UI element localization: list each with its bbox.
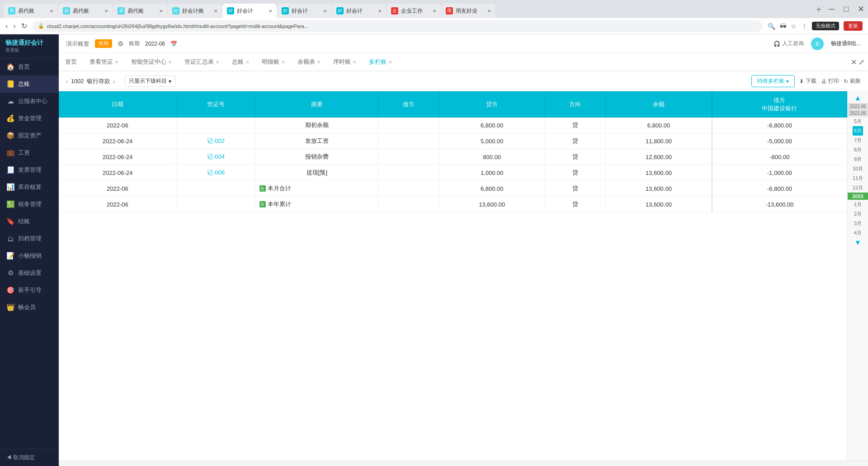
page-tab-close-8[interactable]: ✕ — [388, 60, 392, 65]
sidebar-item-库存核算[interactable]: 📊 库存核算 — [0, 179, 59, 196]
new-tab-button[interactable]: ＋ — [812, 3, 825, 15]
page-tab-7[interactable]: 序时账 ✕ — [327, 53, 363, 71]
reload-button[interactable]: ↻ — [21, 22, 27, 30]
timeline-month-2023-3月[interactable]: 3月 — [854, 219, 862, 228]
timeline-scroll-down[interactable]: ▼ — [854, 238, 863, 248]
browser-menu-icon[interactable]: ⋮ — [801, 23, 807, 30]
page-tab-close-5[interactable]: ✕ — [281, 60, 285, 65]
page-tab-close-4[interactable]: ✕ — [245, 60, 249, 65]
page-tab-close-2[interactable]: ✕ — [168, 60, 172, 65]
star-icon[interactable]: ☆ — [791, 23, 797, 30]
voucher-link[interactable]: 记-002 — [207, 137, 225, 144]
unpin-button[interactable]: ◀ 取消固定 — [6, 454, 52, 461]
minimize-button[interactable]: ─ — [829, 5, 835, 14]
print-button[interactable]: 🖨 打印 — [821, 77, 839, 85]
sidebar-item-畅会员[interactable]: 👑 畅会员 — [0, 299, 59, 316]
timeline-month-2023-4月[interactable]: 4月 — [854, 228, 862, 238]
next-account-button[interactable]: › — [113, 78, 115, 85]
timeline-month-2022-7月[interactable]: 7月 — [853, 136, 863, 145]
incognito-icon[interactable]: 🕶 — [780, 23, 786, 30]
voucher-link[interactable]: 记-006 — [207, 169, 225, 176]
page-tab-8[interactable]: 多栏账 ✕ — [363, 53, 398, 71]
tab-close-8[interactable]: ✕ — [433, 9, 436, 14]
stealth-button[interactable]: 无痕模式 — [812, 22, 839, 30]
page-tab-close-7[interactable]: ✕ — [353, 60, 356, 65]
close-button[interactable]: ✕ — [858, 4, 864, 14]
timeline-month-2023-2月[interactable]: 2月 — [854, 209, 862, 219]
timeline-scroll-up[interactable]: ▲ — [854, 93, 863, 103]
sidebar-item-工资[interactable]: 💼 工资 — [0, 144, 59, 161]
browser-tab-4[interactable]: 好 好会计账 ✕ — [168, 4, 222, 18]
tab-close-6[interactable]: ✕ — [323, 9, 327, 14]
refresh-button[interactable]: ↻ 刷新 — [844, 77, 861, 85]
ledger-table: 日期 凭证号 摘要 借方 贷方 方向 余额 借方 中国建设银行 — [59, 91, 847, 212]
page-tab-3[interactable]: 凭证汇总表 ✕ — [178, 53, 226, 71]
tab-close-4[interactable]: ✕ — [214, 9, 217, 14]
page-tab-5[interactable]: 明细账 ✕ — [255, 53, 291, 71]
download-button[interactable]: ⬇ 下载 — [799, 77, 816, 85]
forward-button[interactable]: › — [13, 22, 15, 30]
year-2023-label: 2023 — [848, 193, 868, 200]
prev-account-button[interactable]: ‹ — [66, 78, 68, 85]
timeline-month-2022-6月[interactable]: 6月 — [853, 126, 863, 136]
sidebar-item-归档管理[interactable]: 🗂 归档管理 — [0, 230, 59, 247]
sidebar-item-云报表中心[interactable]: ☁ 云报表中心 — [0, 93, 59, 110]
page-tab-0[interactable]: 首页 — [59, 53, 83, 71]
search-icon[interactable]: 🔍 — [768, 23, 775, 30]
browser-tab-7[interactable]: 好 好会计 ✕ — [332, 4, 386, 18]
timeline-month-2022-11月[interactable]: 11月 — [853, 174, 863, 183]
calendar-icon[interactable]: 📅 — [170, 41, 177, 47]
sidebar-item-资金管理[interactable]: 💰 资金管理 — [0, 110, 59, 127]
sidebar-nav: 🏠 首页 📒 总账 ☁ 云报表中心 💰 资金管理 📦 固定资产 💼 工资 🧾 发… — [0, 58, 59, 449]
sidebar-item-税务管理[interactable]: 💹 税务管理 — [0, 196, 59, 213]
page-tab-2[interactable]: 智能凭证中心 ✕ — [125, 53, 178, 71]
back-button[interactable]: ‹ — [5, 22, 8, 30]
timeline-month-2022-9月[interactable]: 9月 — [853, 155, 863, 164]
browser-tab-9[interactable]: 用 用友好业 ✕ — [441, 4, 495, 18]
timeline-month-2022-10月[interactable]: 10月 — [853, 164, 863, 174]
page-tab-1[interactable]: 查看凭证 ✕ — [83, 53, 125, 71]
browser-tab-5[interactable]: 好 好会计 ✕ — [222, 4, 277, 18]
tab-close-7[interactable]: ✕ — [378, 9, 382, 14]
browser-tab-8[interactable]: 企 企业工作 ✕ — [387, 4, 441, 18]
customer-service-button[interactable]: 🎧 人工咨询 — [774, 40, 804, 47]
browser-tab-2[interactable]: 易 易代账 ✕ — [58, 4, 113, 18]
tab-bar-close-icon[interactable]: ✕ — [851, 58, 857, 66]
update-button[interactable]: 更新 — [844, 21, 863, 31]
page-tab-close-1[interactable]: ✕ — [115, 60, 118, 65]
horizontal-scrollbar[interactable] — [59, 461, 868, 466]
page-tab-6[interactable]: 余额表 ✕ — [291, 53, 327, 71]
nav-label-9: 结账 — [18, 217, 30, 226]
timeline-month-2022-12月[interactable]: 12月 — [853, 183, 863, 193]
sidebar-item-基础设置[interactable]: ⚙ 基础设置 — [0, 264, 59, 282]
table-row: 2022-06-24 记-004 报销杂费 800.00 贷 12,600.00… — [59, 149, 847, 165]
tab-bar-expand-icon[interactable]: ⤢ — [859, 58, 864, 66]
sidebar-item-首页[interactable]: 🏠 首页 — [0, 58, 59, 75]
sidebar-item-新手引导[interactable]: 🎯 新手引导 — [0, 282, 59, 299]
tab-close-1[interactable]: ✕ — [50, 9, 53, 14]
sidebar-item-小畅报销[interactable]: 📝 小畅报销 — [0, 247, 59, 264]
timeline-month-2022-8月[interactable]: 8月 — [853, 145, 863, 155]
tab-close-5[interactable]: ✕ — [269, 9, 272, 14]
page-tab-close-3[interactable]: ✕ — [216, 60, 219, 65]
sidebar-item-结账[interactable]: 🔖 结账 — [0, 213, 59, 230]
voucher-link[interactable]: 记-004 — [207, 153, 225, 160]
settings-icon[interactable]: ⚙ — [118, 40, 123, 48]
timeline-month-2022-5月[interactable]: 5月 — [853, 117, 863, 126]
tab-close-9[interactable]: ✕ — [487, 9, 491, 14]
page-tab-close-6[interactable]: ✕ — [317, 60, 321, 65]
filter-select[interactable]: 只显示下级科目 ▾ — [125, 75, 175, 87]
browser-tab-1[interactable]: 易 易代账 ✕ — [4, 4, 58, 18]
maximize-button[interactable]: □ — [844, 5, 849, 14]
sidebar-item-总账[interactable]: 📒 总账 — [0, 75, 59, 93]
sidebar-item-固定资产[interactable]: 📦 固定资产 — [0, 127, 59, 144]
browser-tab-3[interactable]: 易 易代账 ✕ — [113, 4, 167, 18]
tab-close-3[interactable]: ✕ — [159, 9, 163, 14]
sidebar-item-发票管理[interactable]: 🧾 发票管理 — [0, 161, 59, 179]
tab-close-2[interactable]: ✕ — [104, 9, 108, 14]
url-input[interactable]: 🔒 cloud2.chanjet.com/accounting/uh26t264… — [33, 20, 762, 32]
timeline-month-2023-1月[interactable]: 1月 — [854, 200, 862, 209]
special-ledger-button[interactable]: 特殊多栏账 ▾ — [751, 75, 795, 87]
page-tab-4[interactable]: 总账 ✕ — [226, 53, 255, 71]
browser-tab-6[interactable]: 好 好会计 ✕ — [277, 4, 331, 18]
